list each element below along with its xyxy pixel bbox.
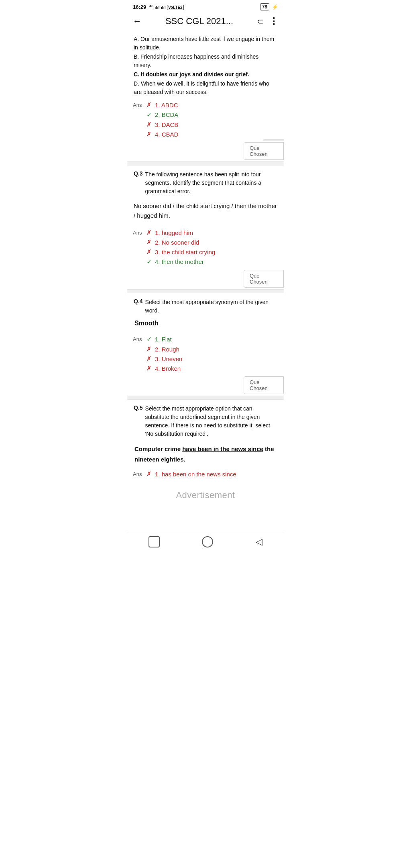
back-button[interactable]: ← (133, 16, 142, 27)
wrong-icon-1: ✗ (146, 101, 152, 108)
option-c: C. It doubles our joys and divides our g… (134, 70, 277, 79)
nav-back-button[interactable]: ◁ (256, 537, 262, 547)
chosen-line: Chosen (250, 151, 278, 157)
q5-ans-row-1: Ans ✗ 1. has been on the news since (127, 469, 284, 479)
option-a: A. Our amusements have little zest if we… (134, 35, 277, 52)
prev-floating-box: Que Chosen (244, 142, 284, 160)
q4-answers: Ans ✓ 1. Flat ✗ 2. Rough ✗ 3. Uneven ✗ 4… (127, 333, 284, 375)
wrong-icon-4: ✗ (146, 131, 152, 138)
q3-ans-text-4: 4. then the mother (155, 258, 204, 265)
ans-text-3: 3. DACB (155, 121, 178, 128)
q4-correct-icon-1: ✓ (146, 335, 152, 343)
q4-ans-text-4: 4. Broken (155, 365, 181, 372)
q4-ans-row-2: ✗ 2. Rough (127, 344, 284, 354)
q4-wrong-icon-2: ✗ (146, 345, 152, 353)
q3-wrong-icon-1: ✗ (146, 229, 152, 236)
option-d: D. When we do well, it is delightful to … (134, 79, 277, 97)
q3-chosen-line: Chosen (250, 279, 278, 285)
share-icon[interactable]: ⊂ (257, 16, 264, 26)
q3-wrong-icon-3: ✗ (146, 248, 152, 255)
advertisement-banner: Advertisement (127, 480, 284, 508)
q5-label: Q.5 (134, 404, 143, 411)
q3-text: The following sentence has been split in… (145, 170, 277, 196)
section-divider-1 (127, 161, 284, 165)
q4-ans-label: Ans (133, 336, 142, 342)
status-bar: 16:29 46 ılıl ılıl VoLTE2 78 ⚡ (127, 0, 284, 13)
q4-ans-text-2: 2. Rough (155, 346, 179, 353)
nav-circle-button[interactable] (202, 536, 213, 547)
signal-icon: ılıl (155, 5, 159, 10)
q4-que-line: Que (250, 379, 278, 385)
q5-sentence: Computer crime have been in the news sin… (134, 444, 277, 464)
q5-wrong-icon-1: ✗ (146, 470, 152, 478)
ans-row-3: ✗ 3. DACB (127, 120, 284, 129)
top-bar: ← SSC CGL 2021... ⊂ ⋮ (127, 13, 284, 31)
q3-floating-container: Que Chosen (127, 268, 284, 289)
ans-text-1: 1. ABDC (155, 102, 178, 108)
q4-label: Q.4 (134, 298, 143, 304)
q5-sentence-before: Computer crime (134, 445, 182, 452)
q4-floating-container: Que Chosen (127, 375, 284, 396)
q3-wrong-icon-2: ✗ (146, 239, 152, 246)
ans-text-4: 4. CBAD (155, 131, 178, 138)
q4-word: Smooth (134, 320, 277, 327)
q4-ans-row-4: ✗ 4. Broken (127, 364, 284, 373)
ans-row-2: ✓ 2. BCDA (127, 110, 284, 120)
status-right: 78 ⚡ (260, 3, 278, 10)
question-5-block: Q.5 Select the most appropriate option t… (127, 400, 284, 468)
correct-icon-2: ✓ (146, 111, 152, 118)
q4-ans-text-3: 3. Uneven (155, 355, 182, 362)
section-divider-2 (127, 289, 284, 293)
q3-ans-row-4: ✓ 4. then the mother (127, 257, 284, 267)
main-content: A. Our amusements have little zest if we… (127, 31, 284, 532)
q3-ans-label: Ans (133, 230, 142, 236)
prev-question-options: A. Our amusements have little zest if we… (127, 31, 284, 98)
status-left: 16:29 46 ılıl ılıl VoLTE2 (133, 4, 184, 10)
ans-row-1: Ans ✗ 1. ABDC (127, 100, 284, 110)
q3-correct-icon-4: ✓ (146, 258, 152, 266)
prev-question-answers: Ans ✗ 1. ABDC ✓ 2. BCDA ✗ 3. DACB ✗ 4. C… (127, 98, 284, 141)
q3-ans-text-1: 1. hugged him (155, 229, 193, 236)
bottom-spacer (127, 508, 284, 532)
top-bar-actions: ⊂ ⋮ (257, 16, 278, 27)
question-number-badge: 88 (262, 139, 284, 141)
menu-icon[interactable]: ⋮ (269, 16, 278, 27)
battery-indicator: 78 (260, 3, 269, 10)
nav-square-button[interactable] (149, 536, 160, 547)
q3-label: Q.3 (134, 170, 143, 177)
page-title: SSC CGL 2021... (146, 16, 252, 27)
q4-ans-row-1: Ans ✓ 1. Flat (127, 334, 284, 344)
ans-text-2: 2. BCDA (155, 111, 178, 118)
q3-ans-text-2: 2. No sooner did (155, 239, 199, 246)
q5-ans-label: Ans (133, 471, 142, 477)
q3-floating-box: Que Chosen (244, 270, 284, 288)
q4-wrong-icon-4: ✗ (146, 365, 152, 372)
nav-bar: ◁ (127, 532, 284, 555)
q3-ans-row-2: ✗ 2. No sooner did (127, 237, 284, 247)
q3-ans-row-1: Ans ✗ 1. hugged him (127, 228, 284, 237)
charging-icon: ⚡ (272, 4, 278, 10)
advertisement-text: Advertisement (176, 490, 235, 500)
prev-floating-container: Que Chosen (127, 141, 284, 161)
network-indicator: 46 ılıl ılıl VoLTE2 (149, 4, 183, 10)
q4-wrong-icon-3: ✗ (146, 355, 152, 362)
q3-ans-text-3: 3. the child start crying (155, 249, 215, 255)
q5-ans-text-1: 1. has been on the news since (155, 471, 236, 478)
option-b: B. Friendship increases happiness and di… (134, 52, 277, 70)
q3-ans-row-3: ✗ 3. the child start crying (127, 247, 284, 257)
question-3-block: Q.3 The following sentence has been spli… (127, 165, 284, 226)
q3-que-line: Que (250, 273, 278, 279)
time: 16:29 (133, 4, 146, 10)
q4-ans-row-3: ✗ 3. Uneven (127, 354, 284, 364)
q4-ans-text-1: 1. Flat (155, 336, 172, 343)
que-line: Que (250, 145, 278, 151)
ans-row-4: ✗ 4. CBAD (127, 129, 284, 139)
wrong-icon-3: ✗ (146, 121, 152, 128)
question-4-block: Q.4 Select the most appropriate synonym … (127, 293, 284, 333)
q4-text: Select the most appropriate synonym of t… (145, 298, 277, 315)
q5-text: Select the most appropriate option that … (145, 404, 277, 438)
q5-answers: Ans ✗ 1. has been on the news since (127, 468, 284, 480)
q5-sentence-underline: have been in the news since (182, 445, 263, 452)
q3-answers: Ans ✗ 1. hugged him ✗ 2. No sooner did ✗… (127, 226, 284, 268)
section-divider-3 (127, 396, 284, 400)
